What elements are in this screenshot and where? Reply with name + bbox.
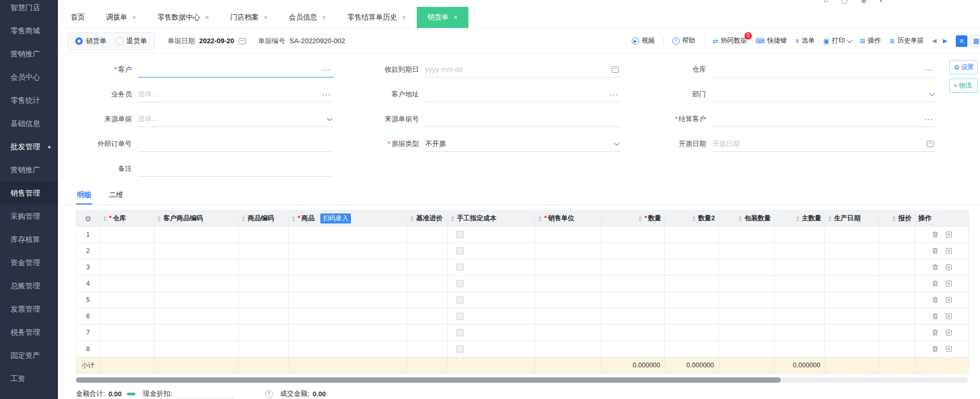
action-print[interactable]: ▣打印 xyxy=(824,36,851,45)
sort-icon[interactable] xyxy=(893,216,896,221)
customer-input[interactable]: ··· xyxy=(138,62,334,77)
cell-item[interactable] xyxy=(289,308,407,325)
cell-sale_unit[interactable] xyxy=(535,243,601,259)
action-history[interactable]: ≣历史单据 xyxy=(889,36,924,45)
delete-row-icon[interactable] xyxy=(932,329,939,336)
prev-doc-icon[interactable]: ◀ xyxy=(932,37,936,44)
cell-manual_cost[interactable] xyxy=(448,259,535,276)
cell-pack_qty[interactable] xyxy=(719,243,775,259)
sidebar-item[interactable]: 工资 xyxy=(0,367,58,390)
sort-icon[interactable] xyxy=(158,216,161,221)
chevron-down-icon[interactable] xyxy=(615,143,619,145)
insert-row-icon[interactable] xyxy=(945,345,953,353)
radio-return-order[interactable]: 退货单 xyxy=(116,36,147,46)
column-header-base_price[interactable]: 基准进价 xyxy=(407,211,448,227)
sidebar-item[interactable]: 营销推广 xyxy=(0,42,58,65)
cash-discount-input[interactable] xyxy=(175,389,233,398)
cell-quote[interactable] xyxy=(879,227,915,243)
tab-item[interactable]: 调拨单× xyxy=(95,7,147,28)
sort-icon[interactable] xyxy=(538,216,542,221)
refresh-icon[interactable]: ↻ xyxy=(823,0,829,4)
cell-warehouse[interactable] xyxy=(100,292,154,308)
sidebar-item[interactable]: 采购管理 xyxy=(0,205,58,228)
cell-seq[interactable]: 4 xyxy=(76,276,100,292)
sidebar-item[interactable]: 基础信息 xyxy=(0,112,58,135)
column-header-actions[interactable]: 操作 xyxy=(915,211,969,227)
settings-button[interactable]: ⚙ 设置 xyxy=(949,60,978,74)
ellipsis-icon[interactable]: ··· xyxy=(925,65,934,73)
cell-qty[interactable] xyxy=(601,259,665,276)
cell-warehouse[interactable] xyxy=(100,259,154,276)
tab-item[interactable]: 零售数据中心× xyxy=(147,7,220,28)
sort-icon[interactable] xyxy=(410,216,414,221)
cell-cust_item_code[interactable] xyxy=(154,259,239,276)
cell-actions[interactable] xyxy=(915,341,969,357)
sort-icon[interactable] xyxy=(103,216,106,221)
column-header-qty[interactable]: *数量 xyxy=(601,211,665,227)
insert-row-icon[interactable] xyxy=(945,329,953,336)
cell-actions[interactable] xyxy=(915,292,969,308)
cell-seq[interactable]: 3 xyxy=(76,259,100,276)
sort-icon[interactable] xyxy=(796,216,799,221)
manual-cost-checkbox[interactable] xyxy=(456,329,464,336)
sidebar-item[interactable]: 智慧门店 xyxy=(0,0,58,19)
cell-qty2[interactable] xyxy=(665,276,719,292)
cell-prod_date[interactable] xyxy=(825,341,879,357)
cell-item[interactable] xyxy=(289,227,407,243)
delete-row-icon[interactable] xyxy=(932,264,939,271)
customer-address-input[interactable]: ··· xyxy=(425,86,621,102)
horizontal-scrollbar[interactable] xyxy=(76,377,968,383)
scrollbar-thumb[interactable] xyxy=(76,377,781,383)
ellipsis-icon[interactable]: ··· xyxy=(610,90,619,98)
close-icon[interactable]: × xyxy=(205,14,209,21)
column-header-pack_qty[interactable]: 包装数量 xyxy=(719,211,775,227)
scan-entry-chip[interactable]: 扫码录入 xyxy=(320,213,351,223)
source-doc-input[interactable]: 选择... xyxy=(138,111,334,127)
insert-row-icon[interactable] xyxy=(945,247,953,255)
cell-main_qty[interactable] xyxy=(775,292,825,308)
close-icon[interactable]: × xyxy=(132,14,136,21)
ellipsis-icon[interactable]: ··· xyxy=(322,65,332,73)
manual-cost-checkbox[interactable] xyxy=(456,264,464,271)
cell-item[interactable] xyxy=(289,276,407,292)
column-header-item[interactable]: *商品扫码录入 xyxy=(289,211,407,227)
cell-prod_date[interactable] xyxy=(825,227,879,243)
cell-actions[interactable] xyxy=(915,227,969,243)
sidebar-item[interactable]: 发票管理 xyxy=(0,297,58,320)
cell-actions[interactable] xyxy=(915,259,969,276)
cell-manual_cost[interactable] xyxy=(448,276,535,292)
tab-2d[interactable]: 二维 xyxy=(108,186,124,205)
column-header-warehouse[interactable]: *仓库 xyxy=(100,211,154,227)
cell-item_code[interactable] xyxy=(239,325,289,341)
column-header-qty2[interactable]: 数量2 xyxy=(665,211,719,227)
sidebar-item[interactable]: 库存核算 xyxy=(0,228,58,251)
cell-item_code[interactable] xyxy=(239,292,289,308)
cell-manual_cost[interactable] xyxy=(448,325,535,341)
column-header-seq[interactable]: ⚙ xyxy=(76,211,100,227)
manual-cost-checkbox[interactable] xyxy=(456,296,464,304)
delete-row-icon[interactable] xyxy=(932,231,939,238)
cell-qty[interactable] xyxy=(601,276,665,292)
chevron-down-icon[interactable]: ▾ xyxy=(879,0,883,4)
source-doc-no-input[interactable] xyxy=(425,111,621,127)
tab-item[interactable]: 会员信息× xyxy=(278,7,337,28)
radio-sale-order[interactable]: 销货单 xyxy=(75,36,106,46)
cell-quote[interactable] xyxy=(879,292,915,308)
cell-manual_cost[interactable] xyxy=(448,341,535,357)
cell-qty2[interactable] xyxy=(665,325,719,341)
cell-seq[interactable]: 6 xyxy=(76,308,100,325)
logistics-button[interactable]: + 物流 xyxy=(949,79,978,93)
sidebar-item[interactable]: 税务管理 xyxy=(0,320,58,344)
delete-row-icon[interactable] xyxy=(932,296,939,304)
cell-quote[interactable] xyxy=(879,276,915,292)
sidebar-item[interactable]: 固定资产 xyxy=(0,344,58,367)
cell-cust_item_code[interactable] xyxy=(154,276,239,292)
cell-main_qty[interactable] xyxy=(775,259,825,276)
manual-cost-checkbox[interactable] xyxy=(456,313,464,320)
cell-qty[interactable] xyxy=(601,308,665,325)
cell-prod_date[interactable] xyxy=(825,243,879,259)
close-icon[interactable]: × xyxy=(453,14,457,21)
column-header-quote[interactable]: 报价 xyxy=(879,211,915,227)
cell-cust_item_code[interactable] xyxy=(154,243,239,259)
cell-quote[interactable] xyxy=(879,325,915,341)
